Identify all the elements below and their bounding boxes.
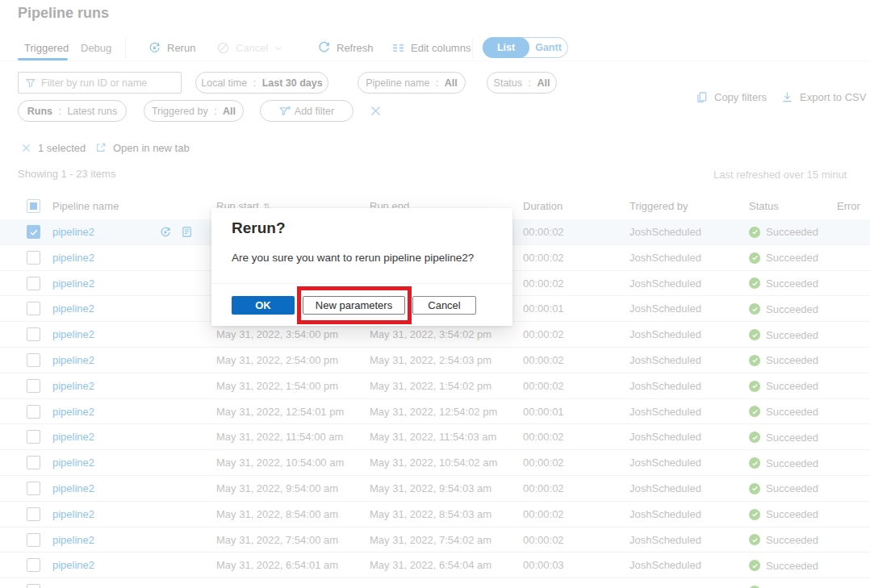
dialog-message: Are you sure you want to rerun pipeline … — [232, 252, 474, 264]
ok-button[interactable]: OK — [232, 296, 295, 315]
dialog-title: Rerun? — [232, 219, 286, 237]
dialog-cancel-button[interactable]: Cancel — [412, 296, 476, 315]
pipeline-runs-page: Pipeline runs Triggered Debug Rerun Canc… — [0, 0, 870, 588]
rerun-dialog: Rerun? Are you sure you want to rerun pi… — [211, 208, 512, 326]
dialog-footer-divider — [211, 283, 512, 284]
new-parameters-button[interactable]: New parameters — [303, 296, 405, 315]
